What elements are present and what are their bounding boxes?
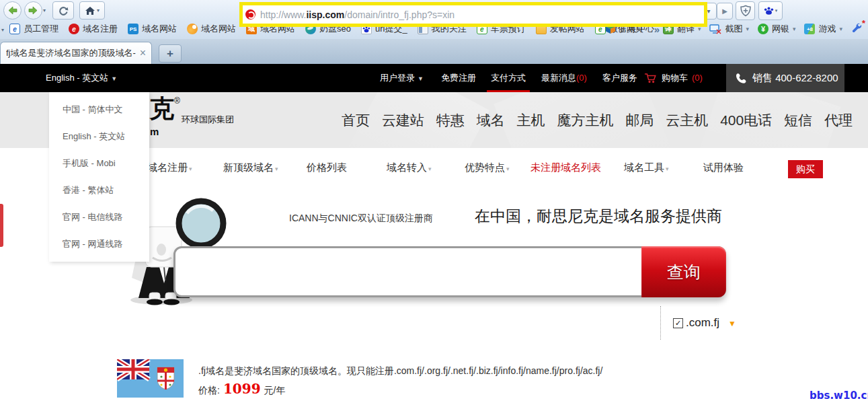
- login-caret-icon: ▼: [418, 75, 424, 82]
- lang-option-hk[interactable]: 香港 - 繁体站: [49, 177, 149, 204]
- buy-button[interactable]: 购买: [788, 160, 823, 178]
- active-tab[interactable]: fj域名是斐济域名国家的顶级域名- ... ×: [0, 42, 152, 64]
- yuan-icon: ¥: [758, 24, 768, 34]
- bookmark-item[interactable]: e域名注册: [69, 23, 118, 35]
- subnav-label: 新顶级域名: [223, 161, 274, 173]
- side-ribbon[interactable]: [0, 204, 3, 247]
- lang-option-netcom[interactable]: 官网 - 网通线路: [49, 231, 149, 258]
- screenshot-root: ▾ ▾ http://www.iisp.com/domain/intro_fj.…: [0, 0, 868, 407]
- logo-domain-fragment: m: [150, 126, 159, 137]
- bookmark-label: 域名注册: [83, 23, 118, 35]
- chevron-down-icon: ▾: [506, 165, 510, 172]
- subnav-unregistered-list[interactable]: 未注册域名列表: [530, 161, 601, 174]
- register-link[interactable]: 免费注册: [441, 64, 476, 92]
- subnav-domain-transfer[interactable]: 域名转入▾: [387, 161, 432, 174]
- new-tab-button[interactable]: +: [159, 44, 182, 63]
- tool-label: 网银: [772, 23, 789, 35]
- screenshot-caret[interactable]: ▾: [746, 26, 749, 32]
- subnav-label: 优势特点: [465, 161, 505, 173]
- site-logo[interactable]: 克® 环球国际集团 m: [149, 96, 180, 121]
- fiji-flag: [117, 359, 184, 400]
- go-button[interactable]: ▶: [717, 3, 733, 20]
- subnav-domain-register[interactable]: 域名注册▾: [147, 161, 192, 174]
- refresh-button[interactable]: [52, 1, 74, 20]
- nav-item-400phone[interactable]: 400电话: [720, 111, 772, 130]
- url-text[interactable]: http://www.iisp.com/domain/intro_fj.php?…: [260, 9, 455, 20]
- chevron-down-icon: ▾: [189, 165, 192, 172]
- bookmark-item[interactable]: PS域名网站: [128, 23, 177, 35]
- screenshot-button[interactable]: 截图 ▾: [709, 23, 749, 35]
- registered-mark: ®: [174, 96, 180, 106]
- subnav-domain-tools[interactable]: 域名工具▾: [624, 161, 669, 174]
- nav-item-domain[interactable]: 域名: [477, 111, 505, 130]
- user-login-menu[interactable]: 用户登录▼: [380, 64, 424, 92]
- language-switcher[interactable]: English - 英文站▼: [46, 64, 117, 92]
- payment-link[interactable]: 支付方式: [491, 64, 526, 92]
- address-bar-highlight[interactable]: http://www.iisp.com/domain/intro_fj.php?…: [239, 2, 707, 27]
- forward-button[interactable]: [24, 1, 42, 20]
- sales-phone-box[interactable]: 销售 400-622-8200: [726, 64, 844, 92]
- home-caret[interactable]: ▾: [97, 7, 100, 13]
- login-label: 用户登录: [380, 73, 415, 83]
- nav-item-cube-hosting[interactable]: 魔方主机: [557, 111, 613, 130]
- subnav-label: 域名转入: [387, 161, 427, 173]
- tool-label: 游戏: [818, 23, 836, 35]
- chevron-down-icon: ▾: [666, 165, 669, 172]
- subnav-advantages[interactable]: 优势特点▾: [465, 161, 510, 174]
- site-top-bar: English - 英文站▼ 用户登录▼ 免费注册 支付方式 最新消息(0) 客…: [0, 64, 868, 92]
- forward-history-caret[interactable]: ▾: [43, 7, 46, 13]
- lang-option-cn[interactable]: 中国 - 简体中文: [49, 96, 149, 123]
- subnav-price-list[interactable]: 价格列表: [307, 161, 347, 174]
- cart-link[interactable]: 购物车(0): [644, 64, 703, 92]
- home-button[interactable]: ▾: [79, 1, 105, 20]
- subnav-trial[interactable]: 试用体验: [703, 161, 744, 174]
- price-line: 价格: 1099 元/年: [198, 381, 285, 397]
- games-caret[interactable]: ▾: [839, 26, 842, 32]
- bookmark-label: 员工管理: [24, 23, 58, 35]
- nav-item-agent[interactable]: 代理: [824, 111, 853, 130]
- tld-checkbox[interactable]: ✓: [673, 318, 683, 328]
- bank-button[interactable]: ¥ 网银 ▾: [758, 23, 796, 35]
- home-icon: [85, 6, 95, 15]
- tld-description: .fj域名是斐济域名国家的顶级域名。现只能注册.com.fj/.org.fj/.…: [198, 365, 602, 377]
- nav-item-home[interactable]: 首页: [342, 111, 370, 130]
- back-button[interactable]: [3, 1, 22, 20]
- tld-checkbox-row[interactable]: ✓ .com.fj: [673, 316, 719, 330]
- security-shield-button[interactable]: [736, 1, 755, 20]
- bank-caret[interactable]: ▾: [793, 26, 796, 32]
- subnav-label: 域名工具: [624, 161, 664, 173]
- subnav-new-tlds[interactable]: 新顶级域名▾: [223, 161, 278, 174]
- ps-bubble-icon: PS: [128, 24, 139, 34]
- language-label: English - 英文站: [46, 73, 108, 83]
- customer-service-link[interactable]: 客户服务: [602, 64, 637, 92]
- bookmark-label: 域名网站: [201, 23, 236, 35]
- tld-dropdown-arrow-icon[interactable]: ▼: [728, 319, 736, 328]
- domain-search-input[interactable]: [181, 252, 634, 293]
- news-link[interactable]: 最新消息(0): [541, 64, 587, 92]
- screenshot-icon: [709, 24, 721, 34]
- bookmark-item[interactable]: 域名网站: [187, 23, 236, 35]
- wrench-button[interactable]: *: [851, 22, 863, 36]
- nav-item-hosting[interactable]: 主机: [517, 111, 545, 130]
- nav-item-cloud[interactable]: 云主机: [666, 111, 708, 130]
- browser-paw-menu-button[interactable]: ▾: [758, 1, 783, 20]
- forward-arrow-icon: [28, 6, 38, 15]
- lang-option-en[interactable]: English - 英文站: [49, 123, 149, 150]
- divider-dotted: [660, 306, 661, 340]
- nav-item-sms[interactable]: 短信: [784, 111, 812, 130]
- bookmarks-left-caret[interactable]: ▾: [1, 27, 4, 33]
- lang-option-mobile[interactable]: 手机版 - Mobi: [49, 150, 149, 177]
- bookmark-item[interactable]: e员工管理: [9, 23, 58, 35]
- nav-item-mail[interactable]: 邮局: [625, 111, 654, 130]
- url-domain: iisp.com: [306, 9, 344, 20]
- nav-item-sitebuilder[interactable]: 云建站: [382, 111, 424, 130]
- search-query-button[interactable]: 查询: [641, 246, 726, 297]
- games-button[interactable]: +8 游戏 ▾: [804, 23, 842, 35]
- site-favicon: [245, 9, 255, 20]
- hero-slogan: 在中国，耐思尼克是域名服务提供商: [475, 206, 722, 227]
- paw-menu-caret: ▾: [775, 8, 778, 13]
- tab-close-icon[interactable]: ×: [140, 47, 146, 59]
- nav-item-deals[interactable]: 特惠: [436, 111, 465, 130]
- lang-option-telecom[interactable]: 官网 - 电信线路: [49, 204, 149, 231]
- main-navigation: 首页 云建站 特惠 域名 主机 魔方主机 邮局 云主机 400电话 短信 代理: [342, 92, 853, 148]
